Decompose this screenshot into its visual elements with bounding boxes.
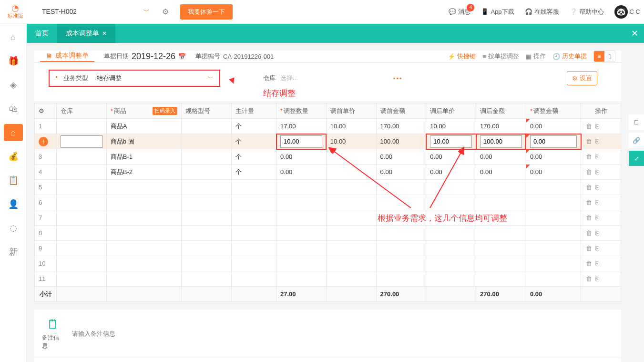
delete-row-icon[interactable]: 🗑 [586,260,593,267]
user-menu[interactable]: 🐼 C C [614,5,640,19]
table-row[interactable]: 5🗑⎘ [35,180,621,195]
col-adj-amount[interactable]: *调整金额 [526,103,581,119]
operate-link[interactable]: ▦操作 [526,52,546,61]
add-row-button[interactable]: + [39,137,48,146]
view-toggle[interactable]: ≡ ▯ [593,51,615,62]
table-row[interactable]: 9🗑⎘ [35,241,621,256]
copy-row-icon[interactable]: ⎘ [595,168,603,176]
col-pre-amount[interactable]: 调前金额 [376,103,426,119]
copy-row-icon[interactable]: ⎘ [595,123,603,130]
nav-user-icon[interactable]: 👤 [4,196,23,213]
list-view-icon[interactable]: ≡ [594,51,604,62]
table-row[interactable]: +商品b 固个10.00100.00🗑⎘ [35,134,621,149]
copy-row-icon[interactable]: ⎘ [595,245,603,252]
table-row[interactable]: 8🗑⎘ [35,226,621,241]
copy-row-icon[interactable]: ⎘ [595,138,603,145]
note-icon[interactable]: 🗒 [629,114,644,130]
logo-icon: ◔ [11,4,19,12]
table-row[interactable]: 7🗑⎘ [35,210,621,226]
nav-bag-icon[interactable]: 🛍 [4,100,23,117]
delete-row-icon[interactable]: 🗑 [586,229,593,237]
link-icon[interactable]: 🔗 [629,133,644,148]
nav-new-icon[interactable]: 新 [4,243,23,260]
post-amount-input[interactable] [480,135,522,148]
col-post-price[interactable]: 调后单价 [426,103,476,119]
card-view-icon[interactable]: ▯ [604,51,615,62]
help-link[interactable]: ❔ 帮助中心 [570,8,604,16]
col-product[interactable]: *商品扫码录入 [106,103,181,119]
delete-row-icon[interactable]: 🗑 [586,245,593,252]
date-value[interactable]: 2019-12-26 [132,52,175,62]
warehouse-filter[interactable]: 仓库 选择... [263,74,298,83]
col-pre-price[interactable]: 调前单价 [326,103,376,119]
table-row[interactable]: 6🗑⎘ [35,195,621,210]
copy-row-icon[interactable]: ⎘ [595,199,603,206]
close-all-tabs-icon[interactable]: ✕ [625,24,644,43]
col-spec[interactable]: 规格型号 [182,103,232,119]
experience-button[interactable]: 我要体验一下 [180,4,233,20]
delete-row-icon[interactable]: 🗑 [586,153,593,160]
copy-row-icon[interactable]: ⎘ [595,229,603,237]
copy-row-icon[interactable]: ⎘ [595,275,603,282]
copy-row-icon[interactable]: ⎘ [595,184,603,191]
calendar-icon[interactable]: 📅 [178,53,186,60]
table-row[interactable]: 10🗑⎘ [35,256,621,271]
post-price-input[interactable] [430,135,472,148]
shortcut-link[interactable]: ⚡快捷键 [448,52,476,61]
delete-row-icon[interactable]: 🗑 [586,214,593,221]
copy-row-icon[interactable]: ⎘ [595,153,603,160]
edition-label: 标准版 [8,12,23,20]
annotation-text-2: 根据业务需求，这几个信息均可调整 [378,213,507,224]
settings-button[interactable]: ⚙ 设置 [567,71,597,85]
nav-warehouse-icon[interactable]: ⌂ [4,124,23,141]
business-type-selector[interactable]: * 业务类型 结存调整 ﹀ [49,70,220,87]
adj-amount-input[interactable] [530,135,577,148]
support-link[interactable]: 🎧 在线客服 [525,8,559,16]
table-row[interactable]: 3商品B-1个0.000.000.000.000.00🗑⎘ [35,149,621,165]
doc-title-tab[interactable]: 🗎 成本调整单 [40,51,94,62]
nav-ring-icon[interactable]: ◌ [4,219,23,237]
more-icon[interactable]: ••• [393,75,403,82]
org-selector[interactable]: TEST-H002 ﹀ [36,4,155,20]
doc-actions: ⚡快捷键 ≡按单据调整 ▦操作 🕘历史单据 ≡ ▯ [448,51,615,62]
col-unit[interactable]: 主计量 [231,103,276,119]
nav-money-icon[interactable]: 💰 [4,148,23,165]
settings-icon[interactable]: ⚙ [162,7,169,16]
delete-row-icon[interactable]: 🗑 [586,168,593,176]
delete-row-icon[interactable]: 🗑 [586,199,593,206]
messages-link[interactable]: 💬 消息 4 [449,8,470,16]
by-doc-link[interactable]: ≡按单据调整 [482,52,519,61]
warehouse-input[interactable] [61,135,102,148]
logo: ◔ 标准版 [4,4,27,20]
nav-gift-icon[interactable]: 🎁 [4,52,23,70]
delete-row-icon[interactable]: 🗑 [586,184,593,191]
table-row[interactable]: 11🗑⎘ [35,271,621,287]
col-warehouse[interactable]: 仓库 [57,103,107,119]
tab-home[interactable]: 首页 [27,24,57,43]
table-row[interactable]: 1商品A个17.0010.00170.0010.00170.000.00🗑⎘ [35,119,621,134]
nav-diamond-icon[interactable]: ◈ [4,76,23,93]
list-icon: ≡ [482,53,486,60]
scan-button[interactable]: 扫码录入 [153,107,177,115]
expand-icon[interactable]: ⤢ [629,151,644,166]
qty-input[interactable] [280,135,322,148]
tab-cost-adjust[interactable]: 成本调整单 ✕ [57,24,115,43]
gear-icon: ⚙ [572,75,578,82]
col-adj-qty[interactable]: *调整数量 [276,103,327,119]
col-post-amount[interactable]: 调后金额 [476,103,526,119]
history-link[interactable]: 🕘历史单据 [552,52,587,61]
col-gear[interactable]: ⚙ [35,103,57,119]
delete-row-icon[interactable]: 🗑 [586,123,593,130]
close-icon[interactable]: ✕ [102,30,107,37]
nav-clipboard-icon[interactable]: 📋 [4,172,23,189]
delete-row-icon[interactable]: 🗑 [586,138,593,145]
nav-home-icon[interactable]: ⌂ [4,29,23,46]
table-row[interactable]: 4商品B-2个0.000.000.000.000.00🗑⎘ [35,165,621,180]
app-download-link[interactable]: 📱 App下载 [481,8,514,16]
delete-row-icon[interactable]: 🗑 [586,275,593,282]
data-table-wrap: ⚙ 仓库 *商品扫码录入 规格型号 主计量 *调整数量 调前单价 调前金额 调后… [34,103,621,302]
copy-row-icon[interactable]: ⎘ [595,260,603,267]
remark-input[interactable] [72,330,613,337]
history-icon: 🕘 [552,53,560,60]
copy-row-icon[interactable]: ⎘ [595,214,603,221]
